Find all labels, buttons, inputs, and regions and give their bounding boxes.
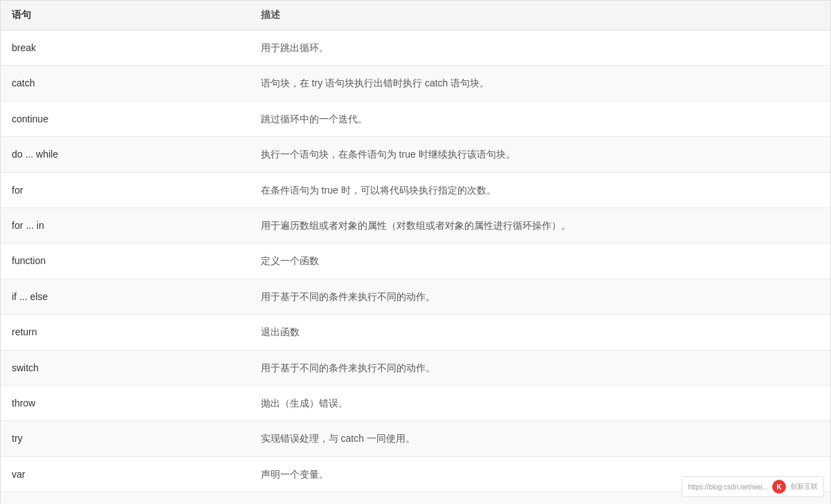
statement-cell: return <box>1 315 250 350</box>
table-header: 语句 描述 <box>1 1 830 30</box>
table-row: function定义一个函数 <box>1 243 830 279</box>
table-row: if ... else用于基于不同的条件来执行不同的动作。 <box>1 279 830 314</box>
main-table-container: 语句 描述 break用于跳出循环。catch语句块，在 try 语句块执行出错… <box>0 0 831 504</box>
statement-cell: catch <box>1 66 250 101</box>
table-row: switch用于基于不同的条件来执行不同的动作。 <box>1 350 830 385</box>
table-row: try实现错误处理，与 catch 一同使用。 <box>1 421 830 456</box>
table-row: for在条件语句为 true 时，可以将代码块执行指定的次数。 <box>1 172 830 207</box>
table-body: break用于跳出循环。catch语句块，在 try 语句块执行出错时执行 ca… <box>1 30 830 505</box>
table-row: catch语句块，在 try 语句块执行出错时执行 catch 语句块。 <box>1 66 830 101</box>
header-statement: 语句 <box>1 1 250 30</box>
statement-cell: break <box>1 30 250 66</box>
description-cell: 语句块，在 try 语句块执行出错时执行 catch 语句块。 <box>250 66 830 101</box>
table-row: return退出函数 <box>1 315 830 350</box>
watermark: https://blog.csdn.net/wei... K 创新互联 <box>682 476 824 497</box>
table-row: break用于跳出循环。 <box>1 30 830 66</box>
description-cell: 实现错误处理，与 catch 一同使用。 <box>250 421 830 456</box>
statement-cell: throw <box>1 385 250 420</box>
description-cell: 在条件语句为 true 时，可以将代码块执行指定的次数。 <box>250 172 830 207</box>
description-cell: 用于跳出循环。 <box>250 30 830 66</box>
statement-cell: var <box>1 456 250 492</box>
statement-cell: function <box>1 243 250 279</box>
statement-cell: while <box>1 492 250 504</box>
description-cell: 用于基于不同的条件来执行不同的动作。 <box>250 350 830 385</box>
watermark-brand: 创新互联 <box>790 482 818 492</box>
watermark-logo: K <box>772 480 786 494</box>
statement-cell: switch <box>1 350 250 385</box>
table-row: continue跳过循环中的一个迭代。 <box>1 101 830 136</box>
statement-cell: for ... in <box>1 207 250 243</box>
description-cell: 用于基于不同的条件来执行不同的动作。 <box>250 279 830 314</box>
description-cell: 用于遍历数组或者对象的属性（对数组或者对象的属性进行循环操作）。 <box>250 207 830 243</box>
statements-table: 语句 描述 break用于跳出循环。catch语句块，在 try 语句块执行出错… <box>1 1 830 504</box>
description-cell: 跳过循环中的一个迭代。 <box>250 101 830 136</box>
statement-cell: do ... while <box>1 137 250 172</box>
table-row: for ... in用于遍历数组或者对象的属性（对数组或者对象的属性进行循环操作… <box>1 207 830 243</box>
header-description: 描述 <box>250 1 830 30</box>
table-row: throw抛出（生成）错误。 <box>1 385 830 420</box>
description-cell: 定义一个函数 <box>250 243 830 279</box>
description-cell: 退出函数 <box>250 315 830 350</box>
watermark-url: https://blog.csdn.net/wei... <box>688 483 768 491</box>
statement-cell: for <box>1 172 250 207</box>
table-row: do ... while执行一个语句块，在条件语句为 true 时继续执行该语句… <box>1 137 830 172</box>
statement-cell: continue <box>1 101 250 136</box>
description-cell: 执行一个语句块，在条件语句为 true 时继续执行该语句块。 <box>250 137 830 172</box>
header-row: 语句 描述 <box>1 1 830 30</box>
description-cell: 抛出（生成）错误。 <box>250 385 830 420</box>
statement-cell: if ... else <box>1 279 250 314</box>
statement-cell: try <box>1 421 250 456</box>
